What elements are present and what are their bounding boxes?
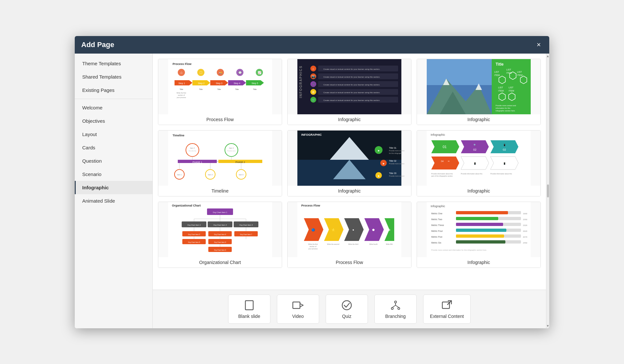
sidebar-item-layout[interactable]: Layout	[75, 128, 152, 141]
branching-label: Branching	[385, 314, 406, 319]
svg-rect-79	[168, 131, 272, 186]
svg-text:Write the first: Write the first	[308, 243, 318, 245]
svg-rect-210	[456, 229, 506, 232]
sidebar-item-infographic[interactable]: Infographic	[75, 181, 152, 194]
svg-text:ITEM: ITEM	[494, 74, 500, 76]
svg-text:🔍: 🔍	[474, 144, 476, 146]
svg-text:Process Flow: Process Flow	[173, 62, 192, 66]
sidebar-item-scenario[interactable]: Scenario	[75, 168, 152, 181]
svg-text:PHASE 1: PHASE 1	[192, 161, 202, 163]
sidebar-item-welcome[interactable]: Welcome	[75, 101, 152, 114]
svg-text:Org Chart Item 2: Org Chart Item 2	[188, 224, 201, 226]
svg-rect-198	[456, 211, 508, 214]
svg-text:section of: section of	[309, 245, 317, 247]
sidebar-divider	[75, 99, 152, 99]
svg-text:🔵: 🔵	[311, 228, 315, 232]
sidebar-item-existing-pages[interactable]: Existing Pages	[75, 83, 152, 97]
svg-text:⌂: ⌂	[180, 70, 183, 74]
svg-text:Create visual or textual conte: Create visual or textual content for you…	[323, 84, 380, 86]
svg-text:Step 5: Step 5	[252, 82, 258, 85]
svg-point-227	[391, 308, 393, 309]
svg-text:🎵: 🎵	[311, 82, 316, 86]
svg-text:Create visual or textual conte: Create visual or textual content for you…	[323, 99, 380, 101]
svg-text:🛒: 🛒	[312, 98, 316, 102]
svg-text:Step 3: Step 3	[216, 82, 222, 85]
template-card-org-chart[interactable]: Organizational Chart Org Chart Item 1	[158, 202, 282, 268]
sidebar-item-cards[interactable]: Cards	[75, 141, 152, 154]
template-card-timeline[interactable]: Timeline PHASE 1 PHASE 2 Item 2	[158, 130, 282, 196]
template-label-7: Organizational Chart	[158, 257, 282, 268]
svg-text:Create visual or textual conte: Create visual or textual content for you…	[323, 68, 380, 70]
video-button[interactable]: Video	[277, 295, 319, 324]
svg-text:2450: 2450	[523, 242, 527, 244]
scroll-down-arrow[interactable]: ▼	[546, 324, 549, 328]
svg-text:Write the second: Write the second	[327, 243, 339, 245]
template-thumbnail-2: INFOGRAPHICS ⌂ Create visual or textual …	[288, 59, 411, 114]
svg-text:⭐: ⭐	[332, 228, 335, 232]
svg-text:LIST: LIST	[498, 86, 503, 89]
template-label-5: Infographic	[288, 186, 411, 196]
svg-text:Item 2: Item 2	[190, 147, 195, 149]
external-content-button[interactable]: External Content	[423, 295, 471, 324]
svg-text:02: 02	[503, 148, 506, 151]
svg-rect-207	[503, 223, 521, 226]
svg-text:Org Chart Item 6: Org Chart Item 6	[214, 233, 226, 235]
add-page-modal: Add Page × Theme Templates Shared Templa…	[75, 36, 549, 328]
svg-text:Item 3: Item 3	[208, 174, 213, 176]
svg-text:Title 01: Title 01	[389, 147, 396, 149]
svg-text:Step 1: Step 1	[178, 82, 185, 85]
svg-text:LIST: LIST	[506, 69, 512, 71]
close-button[interactable]: ×	[535, 41, 543, 49]
svg-line-230	[392, 305, 396, 308]
svg-text:Org Chart Item 6: Org Chart Item 6	[214, 249, 226, 251]
sidebar-item-shared-templates[interactable]: Shared Templates	[75, 70, 152, 83]
sidebar-item-question[interactable]: Question	[75, 154, 152, 168]
branching-button[interactable]: Branching	[374, 295, 417, 324]
scroll-up-arrow[interactable]: ▲	[546, 54, 549, 58]
template-card-infographic-arrows[interactable]: Infographic 01 🔍 02 📱	[417, 130, 541, 196]
main-content: Process Flow ⌂ □ 🚚 💬	[153, 54, 546, 328]
blank-slide-button[interactable]: Blank slide	[228, 295, 270, 324]
template-thumbnail-3: Title LIST ITEM LIST ITEM LIST ITEM	[417, 59, 540, 114]
template-card-process-flow-arrows[interactable]: Process Flow 🔵 ⭐ ● ⬟	[287, 202, 411, 268]
svg-text:Metric Five: Metric Five	[431, 236, 442, 238]
svg-rect-214	[456, 234, 504, 238]
svg-text:LIST: LIST	[509, 86, 514, 89]
right-scrollbar[interactable]: ▲ ▼	[546, 54, 549, 328]
quiz-button[interactable]: Quiz	[326, 295, 368, 324]
template-grid: Process Flow ⌂ □ 🚚 💬	[158, 59, 541, 268]
svg-text:Org Chart Item 3: Org Chart Item 3	[214, 224, 227, 226]
sidebar-item-objectives[interactable]: Objectives	[75, 114, 152, 128]
template-grid-container[interactable]: Process Flow ⌂ □ 🚚 💬	[153, 54, 546, 290]
svg-text:Item 5: Item 5	[239, 174, 243, 176]
svg-text:Title: Title	[217, 88, 221, 90]
svg-text:Org Chart Item 5: Org Chart Item 5	[188, 233, 200, 235]
svg-text:Write the third: Write the third	[348, 243, 358, 245]
svg-text:INFOGRAPHICS: INFOGRAPHICS	[299, 65, 303, 98]
svg-text:Process Flow: Process Flow	[301, 204, 320, 207]
svg-text:Write fifth: Write fifth	[386, 243, 393, 245]
sidebar-item-animated-slide[interactable]: Animated Slide	[75, 194, 152, 207]
svg-text:Title: Title	[199, 88, 203, 90]
svg-rect-203	[498, 217, 521, 220]
svg-text:⊕: ⊕	[388, 228, 391, 232]
sidebar: Theme Templates Shared Templates Existin…	[75, 54, 153, 328]
branching-icon	[390, 299, 401, 311]
svg-text:Metric Two: Metric Two	[431, 218, 442, 220]
svg-text:Provide information about this: Provide information about this	[490, 173, 512, 175]
svg-point-228	[398, 308, 400, 309]
svg-rect-206	[456, 223, 503, 226]
svg-text:Metric Six: Metric Six	[431, 242, 441, 244]
template-card-infographic-green[interactable]: Title LIST ITEM LIST ITEM LIST ITEM	[417, 59, 541, 125]
svg-text:Provide more context: Provide more context	[389, 150, 405, 152]
svg-text:Provide more context: Provide more context	[389, 175, 405, 177]
template-card-infographic-dark[interactable]: INFOGRAPHICS ⌂ Create visual or textual …	[287, 59, 411, 125]
template-label-1: Process Flow	[158, 114, 282, 125]
svg-rect-0	[168, 59, 272, 114]
svg-text:your process: your process	[177, 96, 186, 98]
sidebar-item-theme-templates[interactable]: Theme Templates	[75, 57, 152, 70]
template-card-infographic-bars[interactable]: Infographic Metric One 1900 Metric Two	[417, 202, 541, 268]
svg-text:Organizational Chart: Organizational Chart	[172, 204, 201, 207]
template-card-process-flow-light[interactable]: Process Flow ⌂ □ 🚚 💬	[158, 59, 282, 125]
template-card-infographic-iceberg[interactable]: INFOGRAPHIC ▶ ▶	[287, 130, 411, 196]
